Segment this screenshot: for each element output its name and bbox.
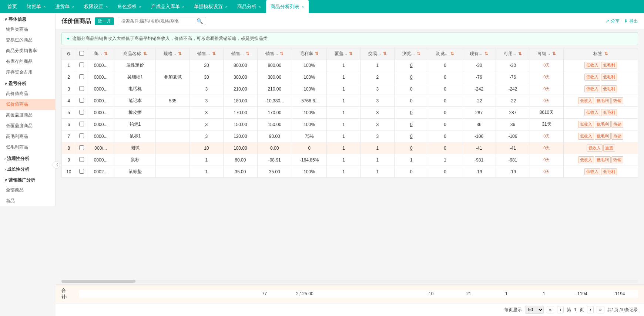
row-checkbox[interactable] bbox=[79, 122, 84, 126]
next-page-btn[interactable]: › bbox=[587, 306, 594, 313]
nav-analysis-close[interactable]: × bbox=[259, 4, 261, 9]
nav-permission[interactable]: 权限设置 × bbox=[80, 0, 112, 13]
th-trade[interactable]: 交易... ⇅ bbox=[360, 48, 394, 60]
row-browse2: 0 bbox=[428, 130, 462, 142]
browse-link[interactable]: 0 bbox=[410, 110, 413, 115]
row-checkbox-cell[interactable] bbox=[76, 154, 87, 166]
nav-sales[interactable]: 销货单 × bbox=[22, 0, 50, 13]
browse-link[interactable]: 0 bbox=[410, 86, 413, 92]
scroll-thumb[interactable] bbox=[61, 280, 135, 283]
share-btn[interactable]: ↗ 分享 bbox=[606, 18, 620, 24]
browse-link[interactable]: 0 bbox=[410, 146, 413, 151]
row-checkbox-cell[interactable] bbox=[76, 95, 87, 107]
row-checkbox-cell[interactable] bbox=[76, 71, 87, 83]
row-checkbox[interactable] bbox=[79, 62, 84, 67]
row-checkbox[interactable] bbox=[79, 86, 84, 91]
row-checkbox-cell[interactable] bbox=[76, 166, 87, 178]
row-checkbox[interactable] bbox=[79, 133, 84, 138]
export-btn[interactable]: ⬇ 导出 bbox=[624, 18, 638, 24]
row-checkbox[interactable] bbox=[79, 169, 84, 174]
row-checkbox-cell[interactable] bbox=[76, 130, 87, 142]
row-tags: 低收入低毛利 bbox=[564, 71, 638, 83]
sidebar-item-low-margin[interactable]: 低毛利商品 bbox=[0, 142, 55, 153]
prev-page-btn[interactable]: ‹ bbox=[557, 306, 564, 313]
sidebar-item-stock-products[interactable]: 有库存的商品 bbox=[0, 56, 55, 67]
sidebar-item-traded[interactable]: 交易过的商品 bbox=[0, 35, 55, 45]
sidebar-item-high-margin[interactable]: 高毛利商品 bbox=[0, 131, 55, 142]
nav-purchase-close[interactable]: × bbox=[72, 4, 74, 9]
select-all-checkbox[interactable] bbox=[79, 51, 84, 56]
th-checkbox[interactable] bbox=[76, 48, 87, 60]
th-sales1[interactable]: 销售... ⇅ bbox=[224, 48, 257, 60]
search-input[interactable] bbox=[121, 18, 195, 24]
sidebar-section-marketing[interactable]: ∨ 营销推广分析 bbox=[0, 174, 55, 185]
browse-link[interactable]: 1 bbox=[410, 157, 413, 163]
th-browse1[interactable]: 浏览... ⇅ bbox=[395, 48, 428, 60]
first-page-btn[interactable]: « bbox=[547, 306, 554, 313]
sidebar-collapse-btn[interactable]: 《 bbox=[53, 161, 60, 169]
row-trade: 3 bbox=[360, 83, 394, 95]
th-name[interactable]: 商品名称 ⇅ bbox=[114, 48, 156, 60]
nav-template-close[interactable]: × bbox=[225, 4, 227, 9]
sidebar-item-capital[interactable]: 库存资金占用 bbox=[0, 67, 55, 78]
browse-link[interactable]: 0 bbox=[410, 63, 413, 68]
browse-link[interactable]: 0 bbox=[410, 134, 413, 139]
nav-template[interactable]: 单据模板设置 × bbox=[189, 0, 232, 13]
th-margin[interactable]: 毛利率 ⇅ bbox=[292, 48, 326, 60]
sidebar-item-new-products[interactable]: 新品 bbox=[0, 196, 55, 206]
th-cover[interactable]: 覆盖... ⇅ bbox=[327, 48, 360, 60]
browse-link[interactable]: 0 bbox=[410, 75, 413, 80]
nav-product-analysis[interactable]: 商品分析 × bbox=[233, 0, 265, 13]
last-page-btn[interactable]: » bbox=[597, 306, 604, 313]
sidebar-item-sales-products[interactable]: 销售类商品 bbox=[0, 24, 55, 35]
th-saleable[interactable]: 可销... ⇅ bbox=[530, 48, 563, 60]
th-qty[interactable]: 销售... ⇅ bbox=[189, 48, 223, 60]
row-trade: 3 bbox=[360, 119, 394, 130]
sidebar-item-high-value[interactable]: 高价值商品 bbox=[0, 88, 55, 99]
nav-sales-close[interactable]: × bbox=[43, 4, 46, 9]
row-checkbox[interactable] bbox=[79, 110, 84, 115]
sidebar-section-overall[interactable]: ∨ 整体信息 bbox=[0, 13, 55, 24]
row-checkbox-cell[interactable] bbox=[76, 60, 87, 71]
sidebar-item-low-coverage[interactable]: 低覆盖度商品 bbox=[0, 120, 55, 131]
nav-analysis-list-close[interactable]: × bbox=[302, 4, 304, 9]
sidebar-item-low-value[interactable]: 低价值商品 bbox=[0, 99, 55, 110]
row-checkbox[interactable] bbox=[79, 157, 84, 162]
browse-link[interactable]: 0 bbox=[410, 98, 413, 103]
nav-home[interactable]: 首页 bbox=[3, 0, 21, 13]
th-browse2[interactable]: 浏览... ⇅ bbox=[428, 48, 462, 60]
th-sales2[interactable]: 销售... ⇅ bbox=[257, 48, 292, 60]
nav-role-close[interactable]: × bbox=[139, 4, 141, 9]
th-spec[interactable]: 规格... ⇅ bbox=[156, 48, 189, 60]
sidebar-section-liquidity[interactable]: › 流通性分析 bbox=[0, 153, 55, 163]
nav-product-analysis-list[interactable]: 商品分析列表 × bbox=[266, 0, 308, 13]
per-page-select[interactable]: 50 100 200 bbox=[525, 306, 544, 314]
th-code[interactable]: 商... ⇅ bbox=[87, 48, 114, 60]
nav-permission-close[interactable]: × bbox=[105, 4, 108, 9]
search-icon[interactable]: 🔍 bbox=[197, 18, 203, 24]
th-stock[interactable]: 现有... ⇅ bbox=[462, 48, 496, 60]
row-checkbox[interactable] bbox=[79, 98, 84, 103]
sidebar-item-all-products[interactable]: 全部商品 bbox=[0, 185, 55, 196]
browse-link[interactable]: 0 bbox=[410, 169, 413, 174]
row-checkbox-cell[interactable] bbox=[76, 142, 87, 154]
time-tag-btn[interactable]: 近一月 bbox=[95, 17, 114, 25]
row-checkbox[interactable] bbox=[79, 74, 84, 79]
row-checkbox[interactable] bbox=[79, 145, 84, 150]
th-settings[interactable]: ⚙ bbox=[62, 48, 76, 60]
sidebar-item-high-coverage[interactable]: 高覆盖度商品 bbox=[0, 110, 55, 120]
nav-role[interactable]: 角色授权 × bbox=[113, 0, 145, 13]
row-checkbox-cell[interactable] bbox=[76, 119, 87, 130]
horizontal-scrollbar[interactable] bbox=[61, 280, 638, 283]
row-checkbox-cell[interactable] bbox=[76, 83, 87, 95]
nav-purchase[interactable]: 进货单 × bbox=[51, 0, 78, 13]
browse-link[interactable]: 0 bbox=[410, 122, 413, 127]
nav-product-close[interactable]: × bbox=[182, 4, 184, 9]
th-tags[interactable]: 标签 ⇅ bbox=[564, 48, 638, 60]
sidebar-section-profit[interactable]: ∨ 盈亏分析 bbox=[0, 78, 55, 88]
sidebar-section-growth[interactable]: › 成长性分析 bbox=[0, 163, 55, 174]
th-avail[interactable]: 可用... ⇅ bbox=[496, 48, 530, 60]
nav-product-inbound[interactable]: 产成品入库单 × bbox=[147, 0, 189, 13]
row-checkbox-cell[interactable] bbox=[76, 107, 87, 119]
sidebar-item-category-rate[interactable]: 商品分类销售率 bbox=[0, 45, 55, 56]
